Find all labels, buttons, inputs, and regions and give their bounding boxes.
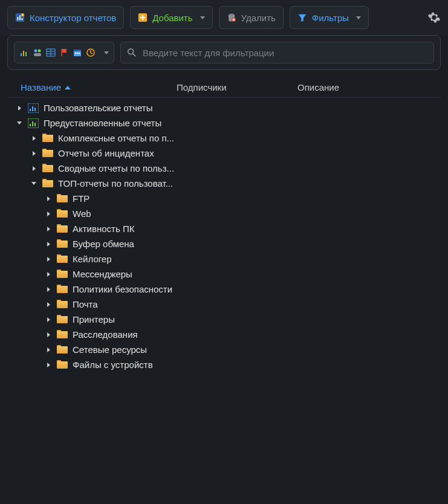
expand-toggle[interactable] <box>44 360 53 370</box>
column-name[interactable]: Название <box>7 82 177 92</box>
tree-row[interactable]: Буфер обмена <box>7 236 441 251</box>
add-button[interactable]: Добавить <box>130 6 212 29</box>
expand-toggle[interactable] <box>44 330 53 340</box>
svg-rect-8 <box>21 53 22 56</box>
tree-row[interactable]: Активность ПК <box>7 221 441 236</box>
users-icon[interactable] <box>33 48 42 57</box>
tree-node-label: Кейлогер <box>73 254 112 264</box>
expand-toggle[interactable] <box>44 224 53 234</box>
tree-row[interactable]: Отчеты об инцидентах <box>7 146 441 161</box>
delete-label: Удалить <box>241 13 276 23</box>
svg-rect-28 <box>30 109 31 111</box>
tree-row[interactable]: FTP <box>7 191 441 206</box>
expand-toggle[interactable] <box>44 345 53 355</box>
folder-icon <box>57 345 68 355</box>
svg-rect-1 <box>18 17 19 20</box>
tree-row[interactable]: Web <box>7 206 441 221</box>
expand-toggle[interactable] <box>44 315 53 325</box>
svg-rect-20 <box>74 50 81 51</box>
tree-row[interactable]: Почта <box>7 297 441 312</box>
tree-row[interactable]: Политики безопасности <box>7 282 441 297</box>
chevron-right-icon <box>47 347 50 352</box>
svg-rect-18 <box>61 49 62 56</box>
expand-toggle[interactable] <box>44 285 53 294</box>
bar-chart-icon[interactable] <box>19 48 29 57</box>
tree-node-label: Файлы с устройств <box>73 360 153 370</box>
folder-icon <box>57 224 68 234</box>
trash-icon <box>227 13 236 22</box>
collapse-toggle[interactable] <box>29 179 39 189</box>
folder-icon <box>57 330 68 340</box>
view-icons-strip[interactable] <box>14 42 114 63</box>
svg-rect-2 <box>19 15 21 20</box>
svg-point-12 <box>38 50 41 53</box>
tree-row[interactable]: Кейлогер <box>7 251 441 267</box>
flag-icon[interactable] <box>59 48 69 57</box>
folder-icon <box>57 254 68 264</box>
reports-tree: Пользовательские отчетыПредустановленные… <box>0 98 448 375</box>
calendar-icon[interactable] <box>73 48 82 57</box>
folder-icon <box>57 209 68 219</box>
column-description[interactable]: Описание <box>297 82 441 92</box>
chevron-right-icon <box>47 242 50 247</box>
folder-icon <box>57 315 68 325</box>
search-input[interactable] <box>143 48 427 58</box>
chevron-right-icon <box>47 212 50 216</box>
table-icon[interactable] <box>46 48 56 57</box>
expand-toggle[interactable] <box>44 270 53 279</box>
svg-rect-33 <box>32 121 33 126</box>
filter-bar <box>7 35 441 70</box>
tree-row[interactable]: Файлы с устройств <box>7 357 441 372</box>
tree-row[interactable]: Комплексные отчеты по п... <box>7 131 441 146</box>
chevron-right-icon <box>47 272 50 277</box>
tree-node-label: Мессенджеры <box>73 269 132 279</box>
folder-icon <box>57 194 68 204</box>
column-subscribers[interactable]: Подписчики <box>177 82 297 92</box>
svg-rect-30 <box>34 108 36 111</box>
chart-icon <box>28 118 39 128</box>
add-label: Добавить <box>152 13 192 23</box>
chevron-right-icon <box>47 257 50 262</box>
expand-toggle[interactable] <box>44 209 53 219</box>
expand-toggle[interactable] <box>29 134 39 143</box>
expand-toggle[interactable] <box>44 254 53 264</box>
svg-line-26 <box>133 54 135 56</box>
chevron-right-icon <box>47 287 50 292</box>
tree-node-label: ТОП-отчеты по пользоват... <box>58 178 173 189</box>
tree-node-label: FTP <box>73 193 89 204</box>
delete-button[interactable]: Удалить <box>219 6 284 29</box>
expand-toggle[interactable] <box>44 194 53 204</box>
tree-row[interactable]: Принтеры <box>7 312 441 327</box>
tree-row[interactable]: Расследования <box>7 327 441 342</box>
clock-icon[interactable] <box>86 48 96 57</box>
settings-button[interactable] <box>427 11 441 24</box>
collapse-toggle[interactable] <box>15 118 24 128</box>
tree-row[interactable]: ТОП-отчеты по пользоват... <box>7 176 441 191</box>
chevron-right-icon <box>47 196 50 201</box>
sort-asc-icon <box>65 86 71 89</box>
expand-toggle[interactable] <box>15 103 24 113</box>
chevron-down-icon[interactable] <box>104 51 109 54</box>
chart-icon <box>28 103 39 113</box>
tree-row[interactable]: Пользовательские отчеты <box>7 100 441 115</box>
expand-toggle[interactable] <box>44 300 53 309</box>
filters-button[interactable]: Фильтры <box>290 6 369 29</box>
expand-toggle[interactable] <box>29 164 39 173</box>
svg-rect-21 <box>75 53 76 54</box>
plus-icon <box>138 13 148 22</box>
main-toolbar: Конструктор отчетов Добавить Удалить <box>0 0 448 35</box>
expand-toggle[interactable] <box>44 239 53 249</box>
tree-node-label: Политики безопасности <box>73 284 172 294</box>
tree-row[interactable]: Сетевые ресурсы <box>7 342 441 357</box>
folder-icon <box>57 239 68 249</box>
tree-row[interactable]: Мессенджеры <box>7 267 441 282</box>
folder-icon <box>42 134 53 143</box>
tree-row[interactable]: Предустановленные отчеты <box>7 115 441 131</box>
svg-rect-3 <box>22 18 23 21</box>
tree-node-label: Комплексные отчеты по п... <box>58 133 174 143</box>
search-box[interactable] <box>120 42 434 63</box>
report-constructor-button[interactable]: Конструктор отчетов <box>7 6 124 29</box>
expand-toggle[interactable] <box>29 149 39 158</box>
folder-icon <box>42 149 53 158</box>
tree-row[interactable]: Сводные отчеты по польз... <box>7 161 441 176</box>
